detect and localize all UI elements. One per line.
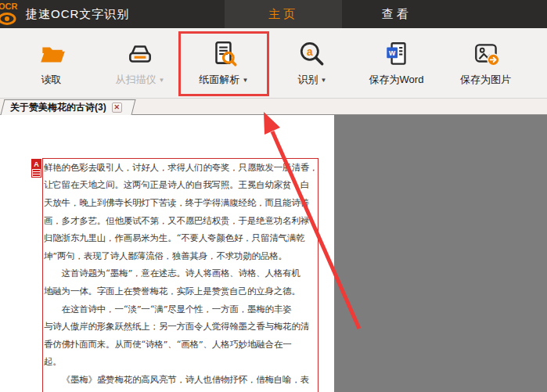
- svg-text:a: a: [307, 46, 313, 58]
- document-text-line: 这首诗题为“墨梅”，意在述志。诗人将画格、诗格、人格有机: [43, 265, 318, 283]
- document-text-line: 香仿佛扑面而来。从而使“诗格”、“画格”、人格巧妙地融合在一: [43, 336, 318, 354]
- scanner-icon: [125, 39, 155, 69]
- recognize-button[interactable]: a 识别▼: [269, 39, 355, 87]
- save-as-word-label: 保存为Word: [369, 73, 426, 87]
- document-text-line: 《墨梅》盛赞梅花的高风亮节，诗人也借物抒怀，借梅自喻，表: [43, 371, 318, 389]
- document-tabbar: 关于赞美梅花的古诗(3) ✕: [0, 99, 547, 115]
- save-word-icon: w: [383, 39, 412, 69]
- document-text-line: 归隐浙东九里山，作画易米为生。“不要人夸颜色好，只留清气满乾: [43, 229, 318, 247]
- menu-tab-home[interactable]: 主页: [225, 0, 342, 28]
- ocr-logo-icon: OCR: [0, 2, 22, 27]
- ocr-text-region[interactable]: 鲜艳的色彩去吸引人，讨好人，求得人们的夸奖，只愿散发一股清香，让它留在天地之间。…: [42, 158, 318, 392]
- document-tab-title: 关于赞美梅花的古诗(3): [10, 101, 106, 114]
- app-title: 捷速OCR文字识别: [26, 0, 129, 28]
- recognize-icon: a: [297, 39, 327, 69]
- document-text-line: 坤”两句，表现了诗人鄙薄流俗，独善其身，不求功勋的品格。: [43, 247, 318, 265]
- save-image-icon: [472, 39, 502, 69]
- document-text-line: 鲜艳的色彩去吸引人，讨好人，求得人们的夸奖，只愿散发一股清香，: [43, 159, 318, 177]
- from-scanner-label: 从扫描仪▼: [116, 73, 165, 87]
- text-region-marker-icon[interactable]: A: [31, 159, 41, 178]
- document-page: A 鲜艳的色彩去吸引人，讨好人，求得人们的夸奖，只愿散发一股清香，让它留在天地之…: [0, 115, 334, 392]
- recognize-label: 识别▼: [298, 73, 327, 87]
- document-search-icon: [209, 39, 239, 69]
- document-tab[interactable]: 关于赞美梅花的古诗(3) ✕: [2, 99, 134, 115]
- document-text-line: 地融为一体。字面上在赞誉梅花，实际上是赞赏自己的立身之德。: [43, 282, 318, 300]
- save-as-word-button[interactable]: w 保存为Word: [354, 39, 441, 87]
- document-text-line: 天放牛，晚上到佛寺长明灯下苦读，终于学得满腹经纶，而且能诗善: [43, 194, 318, 212]
- toolbar: 读取 从扫描仪▼ 纸面解析▼: [0, 28, 547, 99]
- save-as-image-label: 保存为图片: [460, 73, 513, 87]
- from-scanner-button[interactable]: 从扫描仪▼: [97, 39, 183, 87]
- folder-open-icon: [38, 39, 67, 69]
- save-as-image-button[interactable]: 保存为图片: [444, 39, 530, 87]
- svg-text:w: w: [388, 48, 396, 57]
- content-area: A 鲜艳的色彩去吸引人，讨好人，求得人们的夸奖，只愿散发一股清香，让它留在天地之…: [0, 115, 547, 392]
- tab-close-icon[interactable]: ✕: [112, 102, 122, 113]
- titlebar: OCR 捷速OCR文字识别 主页 查看: [0, 0, 547, 28]
- read-label: 读取: [41, 73, 64, 87]
- background-panel: [334, 115, 547, 392]
- document-text-line: 让它留在天地之间。这两句正是诗人的自我写照。王冕自幼家贫，白: [43, 177, 318, 195]
- menu-tab-view[interactable]: 查看: [342, 0, 452, 28]
- read-button[interactable]: 读取: [9, 39, 95, 87]
- document-text-line: 与诗人傲岸的形象跃然纸上；另一方面令人觉得翰墨之香与梅花的清: [43, 318, 318, 336]
- document-text-line: 画，多才多艺。但他屡试不第，又不愿巴结权贵，于是绝意功名利禄，: [43, 212, 318, 230]
- document-text-line: 在这首诗中，一“淡”一“满”尽显个性，一方面，墨梅的丰姿: [43, 300, 318, 318]
- svg-text:OCR: OCR: [0, 2, 18, 11]
- paper-parse-label: 纸面解析▼: [200, 73, 249, 87]
- paper-parse-button[interactable]: 纸面解析▼: [181, 39, 267, 87]
- document-text-line: 起。: [43, 354, 318, 372]
